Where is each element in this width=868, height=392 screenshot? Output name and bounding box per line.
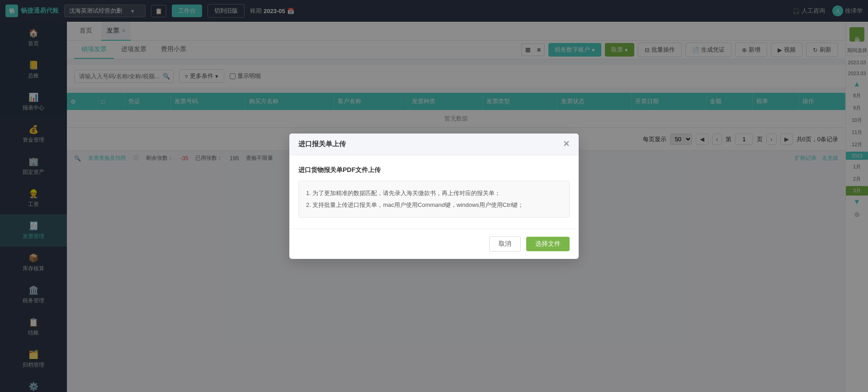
modal-header: 进口报关单上传 ✕ bbox=[289, 134, 579, 155]
modal-body: 进口货物报关单PDF文件上传 1. 为了更加精准的数据匹配，请先录入海关缴款书，… bbox=[289, 155, 579, 229]
modal-section-title: 进口货物报关单PDF文件上传 bbox=[298, 166, 570, 174]
modal-upload: 进口报关单上传 ✕ 进口货物报关单PDF文件上传 1. 为了更加精准的数据匹配，… bbox=[289, 134, 579, 259]
modal-title: 进口报关单上传 bbox=[298, 140, 346, 148]
modal-overlay: 进口报关单上传 ✕ 进口货物报关单PDF文件上传 1. 为了更加精准的数据匹配，… bbox=[0, 0, 868, 392]
modal-select-file-btn[interactable]: 选择文件 bbox=[526, 237, 570, 251]
modal-info-box: 1. 为了更加精准的数据匹配，请先录入海关缴款书，再上传对应的报关单； 2. 支… bbox=[298, 181, 570, 218]
modal-close-btn[interactable]: ✕ bbox=[563, 140, 570, 148]
modal-footer: 取消 选择文件 bbox=[289, 229, 579, 259]
modal-info-item-0: 1. 为了更加精准的数据匹配，请先录入海关缴款书，再上传对应的报关单； bbox=[306, 187, 562, 199]
modal-cancel-btn[interactable]: 取消 bbox=[489, 236, 521, 252]
modal-info-item-1: 2. 支持批量上传进口报关单，mac用户使用Command键，windows用户… bbox=[306, 199, 562, 211]
